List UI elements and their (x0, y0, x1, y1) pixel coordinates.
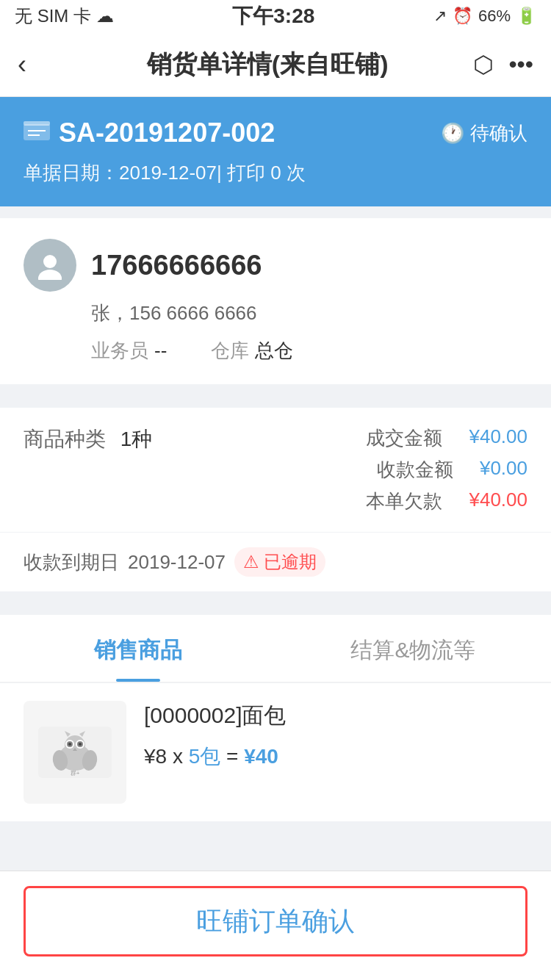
share-icon[interactable]: ⬡ (473, 51, 494, 79)
order-header: SA-20191207-002 🕐 待确认 单据日期：2019-12-07| 打… (0, 97, 551, 206)
svg-point-5 (38, 270, 62, 280)
clock-icon: 🕐 (441, 122, 464, 145)
product-type-block: 商品种类 1种 (24, 425, 152, 453)
svg-point-4 (43, 255, 57, 268)
order-id: SA-20191207-002 (24, 118, 275, 148)
nav-bar: ‹ 销货单详情(来自旺铺) ⬡ ••• (0, 32, 551, 97)
summary-section: 商品种类 1种 成交金额 ¥40.00 收款金额 ¥0.00 本单欠款 ¥40.… (0, 408, 551, 532)
svg-point-11 (68, 743, 71, 746)
svg-rect-0 (24, 124, 50, 140)
warning-icon: ⚠ (243, 552, 259, 572)
product-qty: 5包 (189, 745, 221, 768)
order-date: 单据日期：2019-12-07| 打印 0 次 (24, 160, 527, 186)
location-icon: ↗ (433, 7, 447, 26)
customer-meta: 业务员 -- 仓库 总仓 (91, 338, 527, 364)
section-divider-1 (0, 384, 551, 396)
confirm-button-container: 旺铺订单确认 (0, 871, 551, 980)
svg-rect-1 (24, 121, 50, 126)
deal-amount-value: ¥40.00 (469, 425, 527, 451)
owed-value: ¥40.00 (469, 489, 527, 514)
multiply-sign: x (173, 745, 183, 768)
due-date: 2019-12-07 (128, 551, 226, 574)
product-price: ¥8 x 5包 = ¥40 (144, 743, 527, 771)
nav-right-actions: ⬡ ••• (473, 51, 533, 79)
overdue-badge: ⚠ 已逾期 (234, 547, 325, 577)
customer-phone: 17666666666 (91, 250, 262, 281)
tab-products[interactable]: 销售商品 (0, 615, 276, 682)
tab-settlement[interactable]: 结算&物流等 (276, 615, 551, 682)
tabs-container: 销售商品 结算&物流等 (0, 615, 551, 682)
sales-label: 业务员 (91, 338, 148, 364)
status-bar-time: 下午3:28 (232, 2, 314, 30)
confirm-order-button[interactable]: 旺铺订单确认 (24, 886, 527, 956)
svg-text:群+: 群+ (71, 770, 80, 777)
received-label: 收款金额 (377, 457, 453, 483)
price-value: ¥8 (144, 745, 167, 768)
battery-level: 66% (478, 7, 511, 26)
svg-point-14 (79, 743, 82, 746)
order-icon (24, 118, 50, 148)
warehouse-label: 仓库 (211, 338, 249, 364)
product-item: 群+ [0000002]面包 ¥8 x 5包 = ¥40 (24, 701, 527, 804)
product-type-value: 1种 (120, 428, 153, 450)
page-title: 销货单详情(来自旺铺) (62, 48, 473, 82)
back-button[interactable]: ‹ (18, 49, 62, 80)
sales-value: -- (154, 339, 167, 362)
product-total: ¥40 (244, 745, 278, 768)
due-label: 收款到期日 (24, 550, 119, 575)
status-bar-left: 无 SIM 卡 ☁ (15, 4, 114, 28)
status-bar-right: ↗ ⏰ 66% 🔋 (433, 7, 536, 26)
equals-sign: = (226, 745, 238, 768)
product-section: 群+ [0000002]面包 ¥8 x 5包 = ¥40 (0, 683, 551, 821)
due-section: 收款到期日 2019-12-07 ⚠ 已逾期 (0, 533, 551, 591)
warehouse-value: 总仓 (255, 338, 293, 364)
product-info: [0000002]面包 ¥8 x 5包 = ¥40 (144, 701, 527, 771)
avatar (24, 239, 76, 292)
customer-name: 张，156 6666 6666 (91, 300, 527, 326)
received-value: ¥0.00 (480, 457, 527, 483)
product-name: [0000002]面包 (144, 701, 527, 731)
status-bar: 无 SIM 卡 ☁ 下午3:28 ↗ ⏰ 66% 🔋 (0, 0, 551, 32)
customer-section: 17666666666 张，156 6666 6666 业务员 -- 仓库 总仓 (0, 218, 551, 384)
order-status: 🕐 待确认 (441, 120, 527, 146)
owed-label: 本单欠款 (366, 489, 442, 514)
deal-amount-label: 成交金额 (366, 425, 442, 451)
summary-amounts: 成交金额 ¥40.00 收款金额 ¥0.00 本单欠款 ¥40.00 (366, 425, 527, 514)
battery-icon: 🔋 (516, 7, 536, 26)
more-icon[interactable]: ••• (508, 51, 533, 78)
product-type-label: 商品种类 (24, 428, 106, 450)
section-divider-2 (0, 591, 551, 603)
sim-status: 无 SIM 卡 ☁ (15, 4, 114, 28)
alarm-icon: ⏰ (453, 7, 472, 26)
product-image: 群+ (24, 701, 126, 804)
